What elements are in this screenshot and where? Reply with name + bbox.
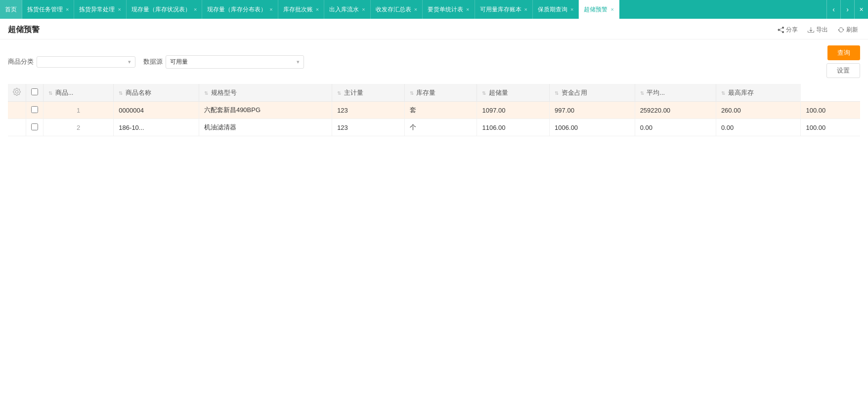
category-filter-label: 商品分类 (8, 57, 34, 66)
refresh-button[interactable]: 刷新 (836, 25, 860, 35)
col-capital[interactable]: ⇅ 资金占用 (550, 84, 635, 102)
row-number: 1 (43, 102, 114, 119)
col-gear (8, 84, 26, 102)
row-avg: 0.00 (716, 119, 801, 136)
table-body: 1 0000004 六配套新昌490BPG 123 套 1097.00 997.… (8, 102, 860, 136)
col-spec[interactable]: ⇅ 规格型号 (199, 84, 332, 102)
col-stock[interactable]: ⇅ 库存量 (404, 84, 477, 102)
sort-product-name-icon: ⇅ (119, 90, 123, 96)
nav-quality-query[interactable]: 保质期查询 × (533, 0, 579, 19)
nav-available-ledger[interactable]: 可用量库存账本 × (475, 0, 533, 19)
sort-product-code-icon: ⇅ (48, 90, 52, 96)
col-avg[interactable]: ⇅ 平均... (635, 84, 716, 102)
query-button[interactable]: 查询 (827, 45, 860, 60)
gear-header-icon[interactable] (13, 88, 21, 96)
nav-stock-status[interactable]: 现存量（库存状况表） × (127, 0, 202, 19)
nav-overstock[interactable]: 超储预警 × (579, 0, 619, 19)
export-icon (808, 27, 814, 33)
sort-capital-icon: ⇅ (555, 90, 559, 96)
nav-demand-stats[interactable]: 要货单统计表 × (423, 0, 475, 19)
nav-stock-dist[interactable]: 现存量（库存分布表） × (202, 0, 278, 19)
close-stock-status-icon[interactable]: × (194, 6, 197, 12)
row-select-checkbox[interactable] (31, 123, 38, 130)
close-task-mgmt-icon[interactable]: × (66, 6, 69, 12)
col-max-stock[interactable]: ⇅ 最高库存 (716, 84, 801, 102)
close-demand-stats-icon[interactable]: × (466, 6, 469, 12)
nav-inout-flow-label: 出入库流水 (329, 5, 359, 14)
row-stock: 1106.00 (477, 119, 550, 136)
datasource-chevron-icon: ▾ (297, 59, 300, 65)
refresh-label: 刷新 (846, 26, 858, 34)
nav-summary[interactable]: 收发存汇总表 × (371, 0, 423, 19)
nav-exception-label: 拣货异常处理 (79, 5, 115, 14)
datasource-select-value: 可用量 (170, 58, 188, 66)
nav-task-mgmt[interactable]: 拣货任务管理 × (22, 0, 74, 19)
close-stock-dist-icon[interactable]: × (269, 6, 272, 12)
close-available-ledger-icon[interactable]: × (524, 6, 527, 12)
row-capital: 259220.00 (635, 102, 716, 119)
nav-next-button[interactable]: › (840, 0, 854, 19)
row-avg: 260.00 (716, 102, 801, 119)
row-product-code: 186-10... (114, 119, 199, 136)
sort-overstock-icon: ⇅ (482, 90, 486, 96)
row-number: 2 (43, 119, 114, 136)
close-inout-flow-icon[interactable]: × (362, 6, 365, 12)
page-content: 超储预警 分享 导出 刷新 (0, 19, 868, 395)
nav-home-label: 首页 (5, 5, 17, 14)
nav-arrows: ‹ › × (826, 0, 868, 19)
row-checkbox-cell (26, 119, 43, 136)
filter-right-buttons: 查询 设置 (826, 45, 860, 78)
close-quality-query-icon[interactable]: × (570, 6, 573, 12)
close-batch-icon[interactable]: × (316, 6, 319, 12)
settings-button[interactable]: 设置 (826, 63, 860, 78)
sort-unit-icon: ⇅ (337, 90, 341, 96)
col-unit[interactable]: ⇅ 主计量 (332, 84, 405, 102)
sort-spec-icon: ⇅ (204, 90, 208, 96)
nav-batch[interactable]: 库存批次账 × (278, 0, 324, 19)
nav-close-button[interactable]: × (854, 0, 868, 19)
row-overstock: 1006.00 (550, 119, 635, 136)
row-max-stock: 100.00 (801, 102, 860, 119)
nav-inout-flow[interactable]: 出入库流水 × (324, 0, 370, 19)
export-button[interactable]: 导出 (806, 25, 830, 35)
close-summary-icon[interactable]: × (414, 6, 417, 12)
export-label: 导出 (816, 26, 828, 34)
datasource-select[interactable]: 可用量 ▾ (166, 55, 304, 69)
row-capital: 0.00 (635, 119, 716, 136)
row-overstock: 997.00 (550, 102, 635, 119)
page-header: 超储预警 分享 导出 刷新 (0, 19, 868, 40)
nav-home[interactable]: 首页 (0, 0, 22, 19)
share-icon (778, 27, 784, 33)
row-stock: 1097.00 (477, 102, 550, 119)
refresh-icon (838, 27, 844, 33)
nav-demand-stats-label: 要货单统计表 (428, 5, 463, 14)
close-overstock-icon[interactable]: × (610, 6, 613, 12)
nav-batch-label: 库存批次账 (283, 5, 313, 14)
nav-stock-dist-label: 现存量（库存分布表） (207, 5, 266, 14)
filter-area: 商品分类 ▾ 数据源 可用量 ▾ 查询 设置 (0, 40, 868, 84)
category-chevron-icon: ▾ (128, 59, 131, 65)
col-overstock[interactable]: ⇅ 超储量 (477, 84, 550, 102)
nav-prev-button[interactable]: ‹ (826, 0, 840, 19)
row-product-name: 机油滤清器 (199, 119, 332, 136)
row-max-stock: 100.00 (801, 119, 860, 136)
col-product-name[interactable]: ⇅ 商品名称 (114, 84, 199, 102)
table-header-row: ⇅ 商品... ⇅ 商品名称 ⇅ 规格型号 ⇅ 主计量 (8, 84, 860, 102)
select-all-checkbox[interactable] (31, 88, 38, 95)
col-product-code[interactable]: ⇅ 商品... (43, 84, 114, 102)
col-checkbox (26, 84, 43, 102)
row-spec: 123 (332, 102, 405, 119)
nav-available-ledger-label: 可用量库存账本 (480, 5, 521, 14)
close-exception-icon[interactable]: × (118, 6, 121, 12)
row-unit: 个 (404, 119, 477, 136)
category-select[interactable]: ▾ (37, 56, 135, 68)
page-title: 超储预警 (8, 25, 40, 35)
datasource-filter-label: 数据源 (143, 57, 163, 66)
share-button[interactable]: 分享 (776, 25, 800, 35)
category-filter-group: 商品分类 ▾ (8, 56, 135, 68)
nav-task-mgmt-label: 拣货任务管理 (27, 5, 63, 14)
row-select-checkbox[interactable] (31, 106, 38, 113)
top-nav: 首页 拣货任务管理 × 拣货异常处理 × 现存量（库存状况表） × 现存量（库存… (0, 0, 868, 19)
nav-exception[interactable]: 拣货异常处理 × (74, 0, 126, 19)
sort-stock-icon: ⇅ (410, 90, 414, 96)
